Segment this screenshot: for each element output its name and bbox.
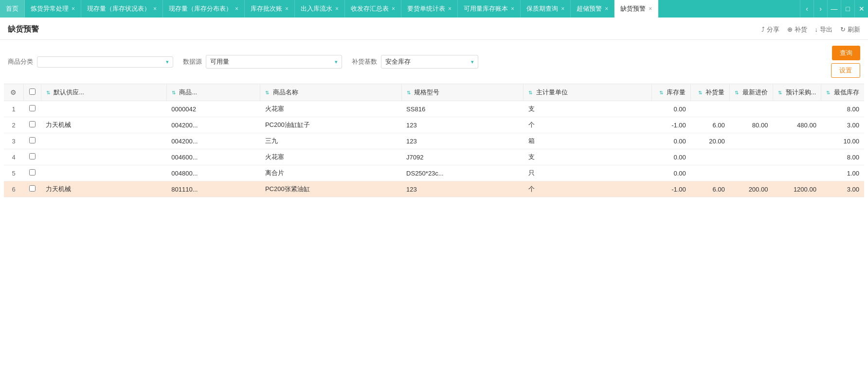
- row-replenish: 20.00: [691, 133, 730, 149]
- row-code: 004600...: [166, 149, 260, 165]
- tab-inout-flow[interactable]: 出入库流水 ×: [295, 0, 345, 18]
- col-header-unit[interactable]: ⇅ 主计量单位: [524, 84, 652, 101]
- row-stock: 0.00: [652, 149, 691, 165]
- supplier-sort-icon: ⇅: [46, 90, 50, 95]
- tab-available-close[interactable]: ×: [511, 5, 514, 12]
- row-purchase: [773, 133, 821, 149]
- tab-abnormal-close[interactable]: ×: [72, 5, 75, 12]
- tab-available[interactable]: 可用量库存账本 ×: [458, 0, 521, 18]
- col-header-min-stock[interactable]: ⇅ 最低库存: [821, 84, 864, 101]
- row-checkbox[interactable]: [29, 137, 36, 143]
- col-header-replenish[interactable]: ⇅ 补货量: [691, 84, 730, 101]
- row-checkbox[interactable]: [29, 153, 36, 159]
- row-price: [730, 101, 773, 117]
- replenish-col-label: 补货量: [705, 88, 724, 96]
- row-stock: 0.00: [652, 133, 691, 149]
- spec-col-label: 规格型号: [414, 88, 439, 96]
- row-checkbox[interactable]: [29, 105, 36, 111]
- tab-expiry-close[interactable]: ×: [561, 5, 564, 12]
- category-select[interactable]: ▾: [37, 56, 173, 68]
- tab-inout-close[interactable]: ×: [335, 5, 339, 12]
- col-header-spec[interactable]: ⇅ 规格型号: [401, 84, 524, 101]
- tab-inv-status-label: 现存量（库存状况表）: [87, 4, 150, 13]
- query-button[interactable]: 查询: [832, 46, 860, 60]
- code-sort-icon: ⇅: [172, 90, 176, 95]
- table-row[interactable]: 5 004800... 离合片 DS250*23c... 只 0.00 1.00: [4, 165, 864, 181]
- tab-overstock-close[interactable]: ×: [605, 5, 608, 12]
- row-price: [730, 149, 773, 165]
- table-row[interactable]: 3 004200... 三九 123 箱 0.00 20.00 10.00: [4, 133, 864, 149]
- category-chevron: ▾: [166, 59, 169, 65]
- datasource-value: 可用量: [210, 57, 229, 66]
- gear-icon[interactable]: ⚙: [10, 88, 17, 96]
- replenish-button[interactable]: ⊕ 补货: [787, 25, 807, 34]
- tab-expiry[interactable]: 保质期查询 ×: [521, 0, 571, 18]
- col-header-supplier[interactable]: ⇅ 默认供应...: [41, 84, 166, 101]
- window-maximize[interactable]: □: [841, 0, 854, 18]
- row-purchase: [773, 165, 821, 181]
- row-unit: 箱: [524, 133, 652, 149]
- row-min-stock: 3.00: [821, 181, 864, 197]
- tab-inventory-status[interactable]: 现存量（库存状况表） ×: [81, 0, 163, 18]
- tab-shortage[interactable]: 缺货预警 ×: [615, 0, 658, 18]
- tab-abnormal[interactable]: 炼货异常处理 ×: [25, 0, 81, 18]
- code-col-label: 商品...: [179, 88, 197, 96]
- window-close[interactable]: ✕: [854, 0, 868, 18]
- row-checkbox[interactable]: [29, 185, 36, 192]
- select-all-checkbox[interactable]: [29, 88, 36, 95]
- row-replenish: 6.00: [691, 181, 730, 197]
- category-label: 商品分类: [8, 57, 33, 66]
- tab-inv-dist-label: 现存量（库存分布表）: [169, 4, 232, 13]
- tab-inventory-dist[interactable]: 现存量（库存分布表） ×: [163, 0, 245, 18]
- tab-order-stat-close[interactable]: ×: [448, 5, 452, 12]
- tab-batch[interactable]: 库存批次账 ×: [245, 0, 295, 18]
- settings-button[interactable]: 设置: [831, 63, 860, 78]
- tab-overstock-label: 超储预警: [577, 4, 602, 13]
- tab-shortage-close[interactable]: ×: [649, 5, 652, 12]
- row-supplier: [41, 165, 166, 181]
- row-index: 5: [4, 165, 23, 181]
- tab-order-stat[interactable]: 要货单统计表 ×: [401, 0, 458, 18]
- row-supplier: 力天机械: [41, 181, 166, 197]
- row-name: PC200油缸缸子: [260, 117, 401, 133]
- table-row[interactable]: 1 0000042 火花塞 SS816 支 0.00 8.00: [4, 101, 864, 117]
- tab-collect-close[interactable]: ×: [392, 5, 395, 12]
- col-header-stock[interactable]: ⇅ 库存量: [652, 84, 691, 101]
- tab-overstock[interactable]: 超储预警 ×: [571, 0, 615, 18]
- tab-scroll-left[interactable]: ‹: [800, 0, 814, 18]
- tab-inv-dist-close[interactable]: ×: [235, 5, 238, 12]
- row-checkbox-cell: [23, 117, 41, 133]
- row-checkbox[interactable]: [29, 169, 36, 176]
- tab-inv-status-close[interactable]: ×: [153, 5, 157, 12]
- row-min-stock: 8.00: [821, 101, 864, 117]
- row-replenish: 6.00: [691, 117, 730, 133]
- refresh-button[interactable]: ↻ 刷新: [840, 25, 860, 34]
- col-header-code[interactable]: ⇅ 商品...: [166, 84, 260, 101]
- row-purchase: [773, 101, 821, 117]
- col-header-price[interactable]: ⇅ 最新进价: [730, 84, 773, 101]
- tab-batch-close[interactable]: ×: [285, 5, 289, 12]
- table-row[interactable]: 4 004600... 火花塞 J7092 支 0.00 8.00: [4, 149, 864, 165]
- share-button[interactable]: ⤴ 分享: [761, 25, 779, 34]
- window-minimize[interactable]: —: [827, 0, 841, 18]
- replenish-sort-icon: ⇅: [698, 90, 702, 95]
- datasource-select[interactable]: 可用量 ▾: [206, 55, 342, 69]
- col-header-purchase[interactable]: ⇅ 预计采购...: [773, 84, 821, 101]
- page-title: 缺货预警: [8, 24, 39, 35]
- col-header-name[interactable]: ⇅ 商品名称: [260, 84, 401, 101]
- tab-scroll-right[interactable]: ›: [814, 0, 827, 18]
- export-button[interactable]: ↓ 导出: [815, 25, 833, 34]
- tab-home[interactable]: 首页: [0, 0, 25, 18]
- replenish-basis-select[interactable]: 安全库存 ▾: [381, 55, 478, 69]
- table-row[interactable]: 2 力天机械 004200... PC200油缸缸子 123 个 -1.00 6…: [4, 117, 864, 133]
- spec-sort-icon: ⇅: [407, 90, 411, 95]
- row-supplier: [41, 149, 166, 165]
- tab-collect[interactable]: 收发存汇总表 ×: [345, 0, 401, 18]
- row-checkbox-cell: [23, 149, 41, 165]
- row-code: 801110...: [166, 181, 260, 197]
- row-index: 4: [4, 149, 23, 165]
- row-checkbox[interactable]: [29, 121, 36, 127]
- table-row[interactable]: 6 力天机械 801110... PC200张紧油缸 123 个 -1.00 6…: [4, 181, 864, 197]
- supplier-col-label: 默认供应...: [54, 88, 84, 96]
- row-checkbox-cell: [23, 133, 41, 149]
